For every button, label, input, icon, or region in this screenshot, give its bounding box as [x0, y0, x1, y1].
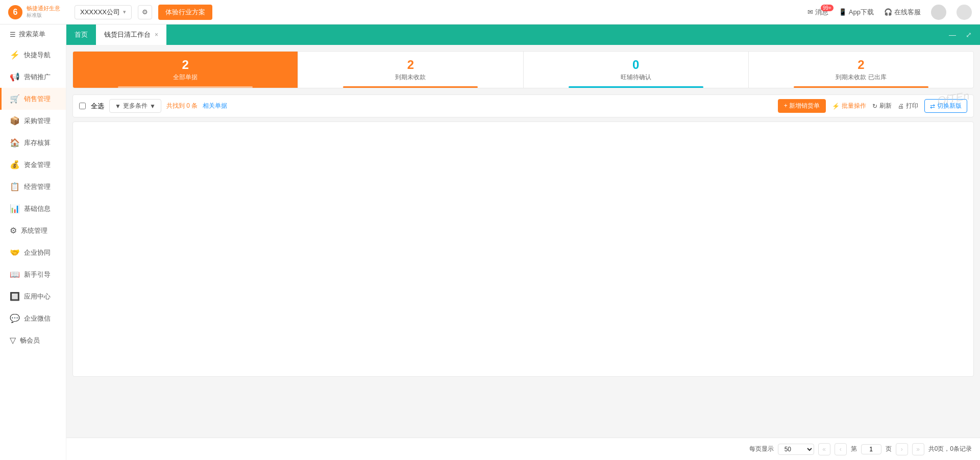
sidebar-item-label: 库存核算: [24, 138, 51, 148]
filter-label: 更多条件: [123, 102, 148, 110]
logo-title: 畅捷通好生意: [27, 5, 60, 12]
sidebar: ☰ 搜索菜单 ⚡ 快捷导航 📢 营销推广 🛒 销售管理 📦 采购管理 🏠 库存核…: [0, 25, 66, 460]
tab-bar: 首页 钱货日清工作台 × — ⤢: [66, 25, 980, 45]
sidebar-item-wechat[interactable]: 💬 企业微信: [0, 307, 66, 329]
tab-home-label: 首页: [75, 30, 88, 39]
page-label: 第: [851, 445, 857, 453]
quick-nav-icon: ⚡: [10, 50, 20, 60]
guide-icon: 📖: [10, 270, 20, 279]
tab-bar-controls: — ⤢: [946, 29, 980, 41]
print-button[interactable]: 🖨 打印: [898, 102, 918, 110]
system-icon: ⚙: [10, 226, 17, 235]
summary-cards: 2 全部单据 2 到期未收款 0 旺辅待确认 2 到期未收款 已出库: [72, 51, 974, 88]
download-icon: 📱: [839, 8, 847, 16]
sidebar-item-member[interactable]: ▽ 畅会员: [0, 329, 66, 351]
sidebar-item-operations[interactable]: 📋 经营管理: [0, 176, 66, 198]
per-page-select[interactable]: 50 100 200: [778, 444, 814, 455]
summary-card-all[interactable]: 2 全部单据: [73, 52, 298, 88]
filter-button[interactable]: ▼ 更多条件 ▼: [109, 99, 161, 113]
logo-area: 6 畅捷通好生意 标准版: [8, 5, 75, 19]
sidebar-item-label: 应用中心: [24, 292, 51, 301]
message-button[interactable]: ✉ 消息 99+: [807, 8, 828, 17]
sidebar-item-purchase[interactable]: 📦 采购管理: [0, 110, 66, 132]
switch-icon: ⇄: [930, 103, 935, 110]
sidebar-item-base-info[interactable]: 📊 基础信息: [0, 198, 66, 220]
select-all-checkbox[interactable]: [79, 103, 86, 109]
tab-minimize-button[interactable]: —: [946, 29, 959, 41]
card-num-all: 2: [83, 58, 287, 72]
sales-icon: 🛒: [10, 94, 20, 104]
app-download-label: App下载: [849, 8, 874, 17]
switch-version-button[interactable]: ⇄ 切换新版: [924, 99, 967, 113]
tab-close-icon[interactable]: ×: [155, 31, 158, 38]
switch-label: 切换新版: [937, 102, 962, 110]
next-page-button[interactable]: ›: [896, 443, 908, 455]
sidebar-item-inventory[interactable]: 🏠 库存核算: [0, 132, 66, 154]
sidebar-item-marketing[interactable]: 📢 营销推广: [0, 66, 66, 88]
pagination-bar: 每页显示 50 100 200 « ‹ 第 页 › » 共0页，0条记录: [66, 438, 980, 460]
tab-maximize-button[interactable]: ⤢: [963, 29, 975, 41]
member-icon: ▽: [10, 335, 16, 345]
sidebar-item-label: 销售管理: [24, 94, 51, 104]
print-label: 打印: [906, 102, 918, 110]
per-page-label: 每页显示: [749, 445, 774, 453]
sidebar-item-search[interactable]: ☰ 搜索菜单: [0, 25, 66, 44]
sidebar-item-label: 营销推广: [24, 72, 51, 82]
total-label: 共0页，0条记录: [928, 445, 972, 453]
tab-home[interactable]: 首页: [66, 25, 96, 45]
online-service-button[interactable]: 🎧 在线客服: [884, 8, 921, 17]
first-page-button[interactable]: «: [818, 443, 830, 455]
card-num-pending: 0: [534, 58, 738, 72]
avatar-extra: [957, 5, 972, 20]
batch-label: 批量操作: [842, 102, 866, 110]
sidebar-item-quicknav[interactable]: ⚡ 快捷导航: [0, 44, 66, 66]
refresh-button[interactable]: ↻ 刷新: [872, 102, 892, 110]
inventory-icon: 🏠: [10, 138, 20, 148]
sidebar-item-label: 企业微信: [24, 314, 51, 323]
sidebar-item-sales[interactable]: 🛒 销售管理: [0, 88, 66, 110]
app-download-button[interactable]: 📱 App下载: [839, 8, 874, 17]
sidebar-item-finance[interactable]: 💰 资金管理: [0, 154, 66, 176]
related-link[interactable]: 相关单据: [203, 102, 227, 110]
card-label-all: 全部单据: [83, 73, 287, 82]
summary-card-shipped[interactable]: 2 到期未收款 已出库: [749, 52, 973, 88]
card-num-overdue: 2: [308, 58, 512, 72]
sidebar-item-system[interactable]: ⚙ 系统管理: [0, 220, 66, 241]
batch-operation-button[interactable]: ⚡ 批量操作: [832, 102, 866, 110]
found-number: 0: [186, 102, 190, 109]
found-count-text: 共找到 0 条: [166, 102, 198, 110]
sidebar-item-label: 畅会员: [20, 336, 40, 345]
avatar[interactable]: [931, 5, 946, 20]
cooperation-icon: 🤝: [10, 248, 20, 257]
card-num-shipped: 2: [759, 58, 963, 72]
batch-icon: ⚡: [832, 103, 840, 110]
sidebar-item-cooperation[interactable]: 🤝 企业协同: [0, 241, 66, 263]
sidebar-item-label: 基础信息: [24, 204, 51, 213]
experience-button[interactable]: 体验行业方案: [158, 5, 212, 20]
operations-icon: 📋: [10, 182, 20, 191]
sidebar-item-label: 经营管理: [24, 182, 51, 191]
finance-icon: 💰: [10, 160, 20, 170]
summary-card-overdue[interactable]: 2 到期未收款: [298, 52, 523, 88]
logo-icon: 6: [8, 5, 22, 19]
prev-page-button[interactable]: ‹: [835, 443, 847, 455]
table-area: [72, 122, 974, 377]
sidebar-item-appstore[interactable]: 🔲 应用中心: [0, 285, 66, 307]
page-number-input[interactable]: [861, 444, 881, 454]
settings-button[interactable]: ⚙: [138, 5, 152, 19]
filter-icon: ▼: [115, 103, 121, 110]
card-label-pending: 旺辅待确认: [534, 73, 738, 82]
sidebar-item-label: 采购管理: [24, 116, 51, 126]
last-page-button[interactable]: »: [912, 443, 924, 455]
tab-workbench[interactable]: 钱货日清工作台 ×: [96, 25, 166, 45]
summary-card-pending[interactable]: 0 旺辅待确认: [524, 52, 749, 88]
refresh-label: 刷新: [879, 102, 892, 110]
company-name: XXXXXX公司: [80, 8, 120, 17]
online-service-label: 在线客服: [894, 8, 921, 17]
sidebar-item-label: 系统管理: [21, 226, 47, 235]
gear-icon: ⚙: [142, 8, 148, 16]
toolbar-right: + 新增销货单 ⚡ 批量操作 ↻ 刷新 🖨 打印 ⇄ 切换新版: [778, 99, 967, 113]
new-sales-order-button[interactable]: + 新增销货单: [778, 99, 826, 113]
sidebar-item-guide[interactable]: 📖 新手引导: [0, 263, 66, 285]
company-selector[interactable]: XXXXXX公司 ▾: [75, 5, 132, 19]
